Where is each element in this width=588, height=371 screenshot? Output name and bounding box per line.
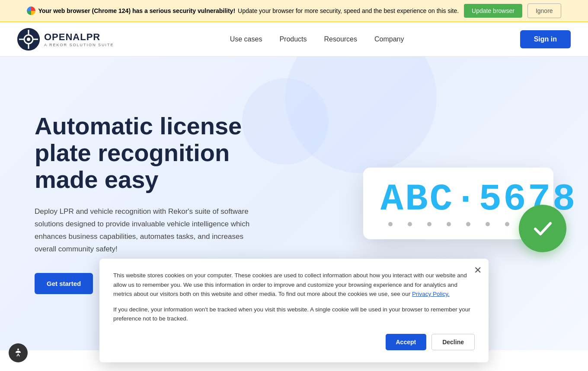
update-browser-button[interactable]: Update browser [464,4,522,18]
plate-dot [466,222,470,226]
plate-dot [447,222,451,226]
logo-name: OPENALPR [44,32,114,43]
cookie-actions: Accept Decline [113,334,475,350]
chrome-icon [27,6,35,15]
cookie-text-1: This website stores cookies on your comp… [113,271,475,299]
privacy-policy-link[interactable]: Privacy Policy. [412,291,450,297]
verification-checkmark [519,205,566,252]
plate-dots [380,222,536,226]
nav-link-resources[interactable]: Resources [324,35,357,43]
security-banner-message: Your web browser (Chrome 124) has a seri… [27,6,459,15]
logo-text: OPENALPR A REKOR SOLUTION SUITE [44,32,114,47]
signin-button[interactable]: Sign in [520,30,571,48]
hero-title: Automatic license plate recognition made… [35,113,294,193]
navbar: OPENALPR A REKOR SOLUTION SUITE Use case… [0,22,588,57]
nav-item-use-cases[interactable]: Use cases [230,35,262,43]
cookie-banner: ✕ This website stores cookies on your co… [99,259,489,350]
security-banner-bold-text: Your web browser (Chrome 124) has a seri… [38,7,235,14]
nav-item-products[interactable]: Products [279,35,307,43]
security-banner: Your web browser (Chrome 124) has a seri… [0,0,588,22]
security-banner-normal-text: Update your browser for more security, s… [238,7,459,14]
plate-dot [505,222,509,226]
svg-point-2 [27,38,30,41]
ignore-button[interactable]: Ignore [527,3,561,18]
nav-link-products[interactable]: Products [279,35,307,43]
nav-link-company[interactable]: Company [374,35,404,43]
logo[interactable]: OPENALPR A REKOR SOLUTION SUITE [17,28,114,51]
plate-dot [408,222,412,226]
license-plate-display: ABC·5678 [363,168,553,239]
cookie-overlay: ✕ This website stores cookies on your co… [0,250,588,350]
hero-description: Deploy LPR and vehicle recognition with … [35,206,259,256]
accept-cookies-button[interactable]: Accept [386,334,427,350]
plate-text: ABC·5678 [380,181,536,219]
logo-subtitle: A REKOR SOLUTION SUITE [44,43,114,47]
plate-dot [427,222,431,226]
nav-link-use-cases[interactable]: Use cases [230,35,262,43]
logo-icon [17,28,40,51]
nav-item-resources[interactable]: Resources [324,35,357,43]
cookie-close-button[interactable]: ✕ [474,266,482,275]
cookie-text-2: If you decline, your information won't b… [113,305,475,323]
decline-cookies-button[interactable]: Decline [431,334,475,350]
nav-menu: Use cases Products Resources Company [230,35,404,43]
nav-item-company[interactable]: Company [374,35,404,43]
plate-dot [388,222,393,226]
plate-dot [486,222,490,226]
